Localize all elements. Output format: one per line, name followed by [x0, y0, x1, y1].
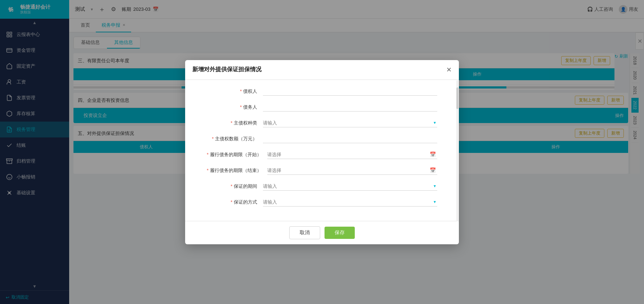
guarantee-period-chevron-icon: ▾ — [434, 183, 436, 189]
guarantee-method-select[interactable]: ▾ — [263, 198, 437, 207]
guarantee-method-row: * 保证的方式 ▾ — [207, 198, 437, 207]
claim-amount-label: * 主债权数额（万元） — [207, 136, 257, 142]
save-button[interactable]: 保存 — [325, 227, 355, 239]
period-start-date[interactable]: 📅 — [267, 150, 437, 159]
claim-type-label: * 主债权种类 — [207, 120, 257, 126]
guarantee-period-label: * 保证的期间 — [207, 183, 257, 190]
period-start-row: * 履行债务的期限（开始） 📅 — [207, 150, 437, 159]
period-start-label: * 履行债务的期限（开始） — [207, 151, 261, 158]
debtor-input[interactable] — [263, 103, 437, 112]
modal-body: * 债权人 * 债务人 * 主债权种类 — [185, 80, 459, 221]
period-end-input[interactable] — [267, 166, 437, 174]
guarantee-period-select[interactable]: ▾ — [263, 182, 437, 191]
modal-footer: 取消 保存 — [185, 221, 459, 244]
modal-header: 新增对外提供保证担保情况 ✕ — [185, 60, 459, 80]
guarantee-method-label: * 保证的方式 — [207, 199, 257, 205]
creditor-row: * 债权人 — [207, 87, 437, 96]
claim-type-chevron-icon: ▾ — [434, 120, 436, 125]
period-end-row: * 履行债务的期限（结束） 📅 — [207, 166, 437, 175]
modal-close-btn[interactable]: ✕ — [446, 66, 452, 74]
guarantee-period-row: * 保证的期间 ▾ — [207, 182, 437, 191]
cancel-button[interactable]: 取消 — [289, 226, 320, 239]
claim-type-row: * 主债权种类 ▾ — [207, 119, 437, 127]
calendar-end-icon: 📅 — [430, 167, 436, 173]
period-end-label: * 履行债务的期限（结束） — [207, 167, 261, 174]
period-end-date[interactable]: 📅 — [267, 166, 437, 175]
claim-amount-row: * 主债权数额（万元） — [207, 135, 437, 143]
period-start-input[interactable] — [267, 150, 437, 159]
guarantee-method-input[interactable] — [263, 198, 437, 206]
calendar-start-icon: 📅 — [430, 151, 436, 157]
claim-type-input[interactable] — [263, 119, 437, 127]
guarantee-modal: 新增对外提供保证担保情况 ✕ * 债权人 * 债务人 — [185, 60, 459, 244]
claim-amount-input[interactable] — [263, 135, 437, 143]
guarantee-method-chevron-icon: ▾ — [434, 199, 436, 204]
modal-title: 新增对外提供保证担保情况 — [192, 66, 261, 73]
creditor-label: * 债权人 — [207, 88, 257, 95]
debtor-row: * 债务人 — [207, 103, 437, 112]
creditor-input[interactable] — [263, 87, 437, 96]
guarantee-period-input[interactable] — [263, 182, 437, 190]
modal-scrollbar[interactable] — [456, 80, 459, 221]
debtor-label: * 债务人 — [207, 104, 257, 110]
claim-type-select[interactable]: ▾ — [263, 119, 437, 127]
modal-overlay: 新增对外提供保证担保情况 ✕ * 债权人 * 债务人 — [0, 0, 644, 304]
